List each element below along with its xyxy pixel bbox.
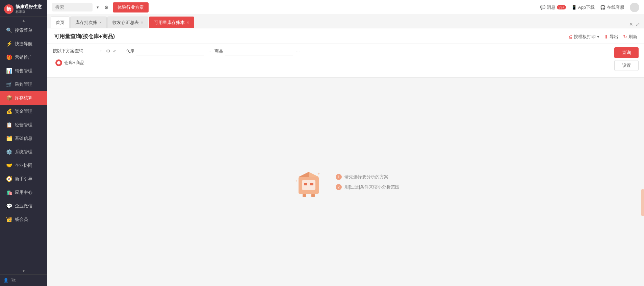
search-input[interactable]	[52, 3, 93, 11]
tabs-close-all-btn[interactable]: ×	[629, 21, 633, 28]
settings-btn[interactable]: 设置	[614, 60, 639, 71]
product-label: 商品	[214, 48, 223, 54]
tabs-expand-btn[interactable]: ⤢	[636, 21, 640, 28]
filter-area: 按以下方案查询 ＋ ⚙ « 仓库+商品 仓库	[47, 44, 644, 78]
refresh-btn[interactable]: ↻ 刷新	[623, 34, 637, 40]
sidebar-scroll-up[interactable]: ▲	[0, 17, 47, 24]
sidebar-item-label-system: 系统管理	[15, 149, 32, 155]
app-download-btn[interactable]: 📱 App下载	[571, 4, 595, 10]
appstore-icon: 🛍️	[6, 189, 12, 196]
refresh-icon: ↻	[623, 34, 627, 40]
messages-badge: 99+	[557, 5, 566, 9]
sidebar-item-label-member: 畅会员	[15, 216, 28, 223]
empty-tips: 1 请先选择要分析的方案 2 用[过滤]条件来缩小分析范围	[336, 174, 400, 190]
tab-summary-close[interactable]: ×	[141, 20, 143, 25]
print-label: 按模板打印	[574, 34, 596, 40]
tab-available-label: 可用量库存账本	[154, 20, 185, 26]
collapse-scheme-btn[interactable]: «	[112, 47, 117, 55]
sidebar-item-label-inventory: 库存核算	[15, 95, 32, 101]
svg-marker-2	[299, 172, 309, 177]
filter-scheme-label: 按以下方案查询	[53, 48, 83, 54]
messages-label: 消息	[547, 4, 556, 10]
product-more-btn[interactable]: ···	[296, 49, 300, 54]
topbar-right: 💬 消息 99+ 📱 App下载 🎧 在线客服	[540, 3, 639, 12]
wechat-icon: 💬	[6, 203, 12, 209]
filter-scheme-panel: 按以下方案查询 ＋ ⚙ « 仓库+商品	[53, 47, 120, 68]
tip-num-1: 1	[336, 174, 342, 180]
sidebar-item-appstore[interactable]: 🛍️应用中心	[0, 186, 47, 199]
query-btn[interactable]: 查询	[614, 47, 639, 58]
sidebar-item-finance[interactable]: 💰资金管理	[0, 105, 47, 118]
message-icon: 💬	[540, 5, 545, 10]
page-header: 可用量查询(按仓库+商品) 🖨 按模板打印 ▾ ⬆ 导出 ↻ 刷新	[47, 28, 644, 44]
sidebar-item-purchase[interactable]: 🛒采购管理	[0, 78, 47, 91]
sidebar-item-label-enterprise: 企业协同	[15, 162, 32, 168]
sidebar-item-system[interactable]: ⚙️系统管理	[0, 145, 47, 159]
search-dropdown-btn[interactable]: ▾	[95, 3, 100, 11]
sidebar-item-basic[interactable]: 🗂️基础信息	[0, 132, 47, 145]
sidebar-nav: 🔍搜索菜单⚡快捷导航🎁营销推广📊销售管理🛒采购管理📦库存核算💰资金管理📋经营管理…	[0, 24, 47, 267]
add-scheme-btn[interactable]: ＋	[98, 47, 104, 55]
svg-rect-5	[304, 183, 307, 185]
industry-btn[interactable]: 体验行业方案	[113, 2, 149, 12]
sidebar-username: Rit	[10, 278, 16, 283]
right-scrollbar[interactable]	[641, 189, 644, 216]
user-avatar-icon: 👤	[3, 278, 8, 283]
tab-available-close[interactable]: ×	[187, 20, 189, 25]
tab-available[interactable]: 可用量库存账本 ×	[149, 17, 194, 28]
filter-actions: 查询 设置	[611, 47, 639, 71]
sidebar-bottom-user[interactable]: 👤 Rit	[0, 274, 47, 286]
sales-icon: 📊	[6, 68, 12, 74]
tab-home[interactable]: 首页	[51, 17, 70, 28]
sidebar-item-search[interactable]: 🔍搜索菜单	[0, 24, 47, 37]
export-btn[interactable]: ⬆ 导出	[604, 34, 618, 40]
tab-batch-close[interactable]: ×	[99, 20, 102, 25]
sidebar-item-label-search: 搜索菜单	[15, 27, 32, 33]
print-dropdown-icon: ▾	[597, 34, 599, 39]
sidebar-item-inventory[interactable]: 📦库存核算	[0, 91, 47, 105]
sidebar-item-label-finance: 资金管理	[15, 108, 32, 114]
tab-summary[interactable]: 收发存汇总表 ×	[107, 17, 148, 28]
user-avatar[interactable]	[630, 3, 639, 12]
warehouse-label: 仓库	[126, 48, 134, 54]
product-input[interactable]	[225, 47, 293, 55]
svg-text:✦: ✦	[317, 172, 320, 176]
main-area: ▾ ⚙ 体验行业方案 💬 消息 99+ 📱 App下载 🎧 在线客服 首页	[47, 0, 644, 286]
filter-fields: 仓库 ··· 商品 ···	[120, 47, 611, 55]
sidebar-item-operation[interactable]: 📋经营管理	[0, 118, 47, 132]
export-label: 导出	[610, 34, 618, 40]
customer-service-btn[interactable]: 🎧 在线客服	[600, 4, 624, 10]
sidebar-item-marketing[interactable]: 🎁营销推广	[0, 51, 47, 64]
logo-sub: 标准版	[16, 9, 42, 14]
sidebar-item-label-sales: 销售管理	[15, 68, 32, 74]
warehouse-more-btn[interactable]: ···	[207, 49, 211, 54]
sidebar-item-label-shortcut: 快捷导航	[15, 41, 32, 47]
sidebar-scroll-down[interactable]: ▼	[0, 267, 47, 274]
sidebar-item-sales[interactable]: 📊销售管理	[0, 64, 47, 78]
sidebar-item-shortcut[interactable]: ⚡快捷导航	[0, 37, 47, 51]
warehouse-input[interactable]	[136, 47, 204, 55]
settings-gear-btn[interactable]: ⚙	[103, 3, 110, 11]
purchase-icon: 🛒	[6, 81, 12, 87]
svg-point-0	[57, 61, 60, 64]
svg-rect-8	[311, 194, 315, 197]
sidebar-item-enterprise[interactable]: 🤝企业协同	[0, 159, 47, 172]
sidebar: 畅 畅康通好生意 标准版 ▲ 🔍搜索菜单⚡快捷导航🎁营销推广📊销售管理🛒采购管理…	[0, 0, 47, 286]
messages-btn[interactable]: 💬 消息 99+	[540, 4, 566, 10]
scheme-warehouse-product[interactable]: 仓库+商品	[53, 57, 117, 68]
print-btn[interactable]: 🖨 按模板打印 ▾	[568, 34, 599, 40]
sidebar-item-guide[interactable]: 🧭新手引导	[0, 172, 47, 186]
member-icon: 👑	[6, 216, 12, 223]
svg-rect-4	[302, 180, 315, 190]
filter-product-field: 商品 ···	[214, 47, 300, 55]
marketing-icon: 🎁	[6, 54, 12, 60]
scheme-icon	[55, 59, 62, 66]
sidebar-item-label-wechat: 企业微信	[15, 203, 32, 209]
tip-text-2: 用[过滤]条件来缩小分析范围	[344, 184, 400, 190]
tab-batch[interactable]: 库存批次账 ×	[70, 17, 107, 28]
tab-summary-label: 收发存汇总表	[112, 20, 139, 26]
manage-scheme-btn[interactable]: ⚙	[105, 47, 111, 55]
page-content: 可用量查询(按仓库+商品) 🖨 按模板打印 ▾ ⬆ 导出 ↻ 刷新	[47, 28, 644, 286]
sidebar-item-wechat[interactable]: 💬企业微信	[0, 199, 47, 213]
sidebar-item-member[interactable]: 👑畅会员	[0, 213, 47, 226]
